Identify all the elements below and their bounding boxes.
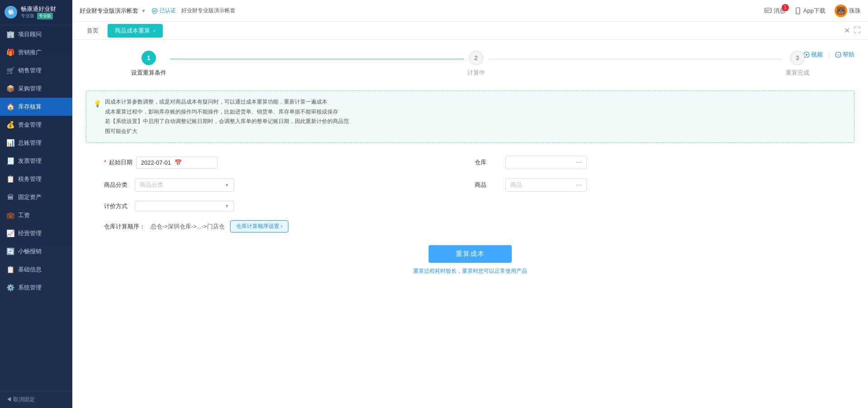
sidebar-item-label: 发票管理 <box>18 157 42 165</box>
tab-active-label: 商品成本重算 <box>115 27 150 35</box>
pricing-dropdown-arrow: ▼ <box>225 204 229 209</box>
assets-icon: 🏛 <box>6 193 14 201</box>
sidebar-item-operations[interactable]: 📈 经营管理 <box>0 224 72 242</box>
product-more-btn[interactable]: ··· <box>576 181 582 189</box>
phone-icon <box>794 7 802 14</box>
sidebar-item-label: 系统管理 <box>18 284 42 292</box>
sidebar-item-basic[interactable]: 📋 基础信息 <box>0 261 72 279</box>
sidebar-item-accounting[interactable]: 📊 总账管理 <box>0 134 72 152</box>
sidebar-footer-label: ◀ 取消固定 <box>6 396 35 403</box>
svg-point-2 <box>797 12 798 13</box>
category-placeholder: 商品分类 <box>140 181 163 189</box>
system-icon: ⚙️ <box>6 284 14 292</box>
category-select[interactable]: 商品分类 ▼ <box>135 178 234 192</box>
user-profile-btn[interactable]: 🐻 珠珠 <box>835 5 861 17</box>
form-row-1: * 起始日期 2022-07-01 📅 仓库 ··· <box>104 156 836 169</box>
tab-home[interactable]: 首页 <box>80 24 106 38</box>
sidebar-item-label: 项目顾问 <box>18 30 42 38</box>
step-3-circle: 3 <box>790 51 805 65</box>
sidebar-item-project[interactable]: 🏢 项目顾问 <box>0 25 72 43</box>
sidebar-item-sales[interactable]: 🛒 销售管理 <box>0 62 72 80</box>
verified-text: 已认证 <box>160 7 176 14</box>
pricing-select[interactable]: ▼ <box>135 201 234 211</box>
step-2: 2 计算中 <box>467 51 485 77</box>
info-box: 💡 因成本计算参数调整，或是对商品成本有疑问时，可以通过成本重算功能，重新计算一… <box>86 90 854 143</box>
logo-icon: 畅 <box>5 6 17 19</box>
help-icon: ? <box>835 52 841 58</box>
edition-badge: 专业版 <box>37 13 53 19</box>
accounting-icon: 📊 <box>6 139 14 147</box>
svg-text:?: ? <box>837 53 840 57</box>
product-input[interactable]: 商品 ··· <box>505 178 587 192</box>
sidebar-item-label: 资金管理 <box>18 121 42 129</box>
main-wrapper: 好业财专业版演示帐套 ▼ 已认证 好业财专业版演示帐套 消息 1 <box>72 0 868 408</box>
form-row-2: 商品分类 商品分类 ▼ 商品 商品 ··· <box>104 178 836 192</box>
message-btn[interactable]: 消息 1 <box>764 7 785 15</box>
calendar-icon[interactable]: 📅 <box>175 159 182 166</box>
step-2-number: 2 <box>474 54 478 62</box>
sidebar-item-finance[interactable]: 💰 资金管理 <box>0 116 72 134</box>
sidebar-item-system[interactable]: ⚙️ 系统管理 <box>0 279 72 297</box>
account-dropdown-arrow[interactable]: ▼ <box>141 8 146 14</box>
step-1: 1 设置重算条件 <box>131 51 166 77</box>
recalc-btn-label: 重算成本 <box>456 250 485 257</box>
user-name: 珠珠 <box>849 7 861 15</box>
sidebar-item-assets[interactable]: 🏛 固定资产 <box>0 188 72 206</box>
recalc-note: 重算过程耗时较长，重算时您可以正常使用产品 <box>413 267 527 275</box>
finance-icon: 💰 <box>6 121 14 129</box>
user-avatar: 🐻 <box>835 5 847 17</box>
sidebar-item-label: 经营管理 <box>18 229 42 237</box>
warehouse-group: 仓库 ··· <box>475 156 836 169</box>
required-star: * <box>104 159 106 166</box>
sidebar-item-invoice[interactable]: 🧾 发票管理 <box>0 152 72 170</box>
shield-icon <box>151 8 158 14</box>
info-line-4: 围可能会扩大 <box>105 127 349 137</box>
sidebar-item-expense[interactable]: 🔄 小畅报销 <box>0 242 72 261</box>
account-selector[interactable]: 好业财专业版演示帐套 ▼ <box>80 7 146 15</box>
form-row-3: 计价方式 ▼ <box>104 201 836 211</box>
category-label: 商品分类 <box>104 181 131 189</box>
app-download-btn[interactable]: App下载 <box>794 7 826 15</box>
payroll-icon: 💼 <box>6 211 14 219</box>
sidebar-item-marketing[interactable]: 🎁 营销推广 <box>0 43 72 62</box>
account-name: 好业财专业版演示帐套 <box>80 7 138 15</box>
help-link[interactable]: ? 帮助 <box>835 51 854 59</box>
pricing-group: 计价方式 ▼ <box>104 201 466 211</box>
tab-close-btn[interactable]: × <box>153 28 156 33</box>
product-placeholder: 商品 <box>510 181 522 189</box>
tab-home-label: 首页 <box>87 27 99 35</box>
wizard-help: 视频 | ? 帮助 <box>803 51 854 59</box>
tabs-bar: 首页 商品成本重算 × ✕ ⛶ <box>72 22 868 40</box>
sidebar-item-purchase[interactable]: 📦 采购管理 <box>0 80 72 98</box>
step-3: 3 重算完成 <box>786 51 809 77</box>
sidebar-item-payroll[interactable]: 💼 工资 <box>0 206 72 224</box>
info-line-1: 因成本计算参数调整，或是对商品成本有疑问时，可以通过成本重算功能，重新计算一遍成… <box>105 97 349 107</box>
recalc-btn[interactable]: 重算成本 <box>429 245 512 263</box>
notification-badge: 1 <box>782 4 789 11</box>
category-dropdown-arrow: ▼ <box>225 183 229 188</box>
warehouse-order-label: 仓库计算顺序： <box>104 223 145 231</box>
sidebar-item-tax[interactable]: 📋 税务管理 <box>0 170 72 188</box>
step-1-label: 设置重算条件 <box>131 69 166 77</box>
sidebar-unpin-btn[interactable]: ◀ 取消固定 <box>0 391 72 408</box>
sidebar-item-label: 税务管理 <box>18 175 42 183</box>
sidebar-item-inventory[interactable]: 🏠 库存核算 <box>0 98 72 116</box>
tab-product-cost[interactable]: 商品成本重算 × <box>108 24 163 38</box>
warehouse-order-setting-btn[interactable]: 仓库计算顺序设置 › <box>230 220 288 232</box>
start-date-input[interactable]: 2022-07-01 📅 <box>136 157 217 169</box>
app-edition: 专业版 <box>21 13 34 19</box>
inventory-icon: 🏠 <box>6 103 14 111</box>
start-date-label: * 起始日期 <box>104 158 132 166</box>
step-1-circle: 1 <box>142 51 156 65</box>
sidebar-item-label: 库存核算 <box>18 103 42 111</box>
close-window-btn[interactable]: ✕ <box>844 26 850 35</box>
sidebar-item-label: 固定资产 <box>18 193 42 201</box>
sidebar-item-label: 基础信息 <box>18 266 42 274</box>
sidebar-item-label: 营销推广 <box>18 48 42 57</box>
warehouse-more-btn[interactable]: ··· <box>576 158 582 166</box>
tabs-actions: ✕ ⛶ <box>844 26 861 35</box>
sidebar: 畅 畅康通好业财 专业版 专业版 🏢 项目顾问 🎁 营销推广 🛒 销售管理 📦 … <box>0 0 72 408</box>
warehouse-input[interactable]: ··· <box>505 156 587 169</box>
expand-window-btn[interactable]: ⛶ <box>854 26 861 35</box>
project-icon: 🏢 <box>6 30 14 38</box>
